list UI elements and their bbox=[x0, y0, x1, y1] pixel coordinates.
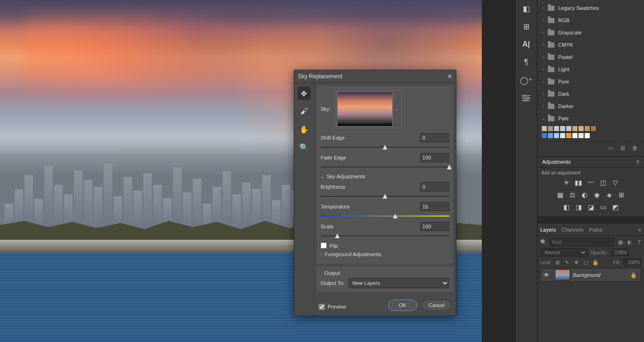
scale-slider[interactable] bbox=[321, 232, 449, 240]
flip-checkbox[interactable] bbox=[321, 242, 327, 249]
ok-button[interactable]: OK bbox=[388, 300, 417, 311]
fill-input[interactable] bbox=[623, 259, 641, 266]
close-icon[interactable]: ✕ bbox=[447, 73, 452, 80]
threshold-icon[interactable]: ◪ bbox=[586, 203, 595, 211]
lock-all-icon[interactable]: 🔒 bbox=[592, 259, 599, 266]
swatch-chip[interactable] bbox=[584, 133, 590, 139]
cancel-button[interactable]: Cancel bbox=[422, 300, 451, 311]
lock-pixels-icon[interactable]: ✎ bbox=[564, 259, 570, 266]
photo-filter-icon[interactable]: ◉ bbox=[593, 191, 601, 199]
swatch-chip[interactable] bbox=[590, 125, 596, 132]
opacity-input[interactable] bbox=[611, 249, 628, 256]
temperature-slider[interactable] bbox=[321, 212, 449, 220]
swatch-chip[interactable] bbox=[572, 125, 578, 132]
trash-icon[interactable]: 🗑 bbox=[632, 145, 638, 151]
swatch-folder-grayscale[interactable]: ›Grayscale bbox=[537, 26, 644, 39]
lock-artboard-icon[interactable]: ▢ bbox=[583, 259, 589, 266]
tab-paths[interactable]: Paths bbox=[589, 227, 603, 233]
sky-preset-dropdown[interactable]: ⌄ bbox=[335, 90, 402, 128]
color-lookup-icon[interactable]: ⊞ bbox=[617, 191, 626, 199]
hand-tool-icon[interactable]: ✋ bbox=[297, 123, 311, 136]
filter-type-icon[interactable]: T bbox=[636, 239, 643, 245]
move-tool-icon[interactable]: ✥ bbox=[297, 87, 311, 100]
swatch-folder-rgb[interactable]: ›RGB bbox=[537, 14, 644, 26]
filter-pixel-icon[interactable]: ▦ bbox=[617, 239, 624, 245]
layer-thumbnail[interactable] bbox=[555, 269, 570, 281]
lock-transparency-icon[interactable]: ⊞ bbox=[554, 259, 561, 266]
output-to-select[interactable]: New Layers bbox=[348, 278, 449, 288]
brightness-slider[interactable] bbox=[321, 192, 449, 200]
brightness-input[interactable] bbox=[420, 182, 449, 192]
swatch-chip[interactable] bbox=[578, 125, 584, 132]
tab-layers[interactable]: Layers bbox=[540, 227, 556, 233]
settings-icon[interactable] bbox=[520, 92, 532, 104]
lock-position-icon[interactable]: ✥ bbox=[573, 259, 580, 266]
swatch-chip[interactable] bbox=[553, 133, 560, 139]
gradient-map-icon[interactable]: ▭ bbox=[599, 203, 607, 211]
character-icon[interactable]: A| bbox=[520, 39, 532, 50]
swatch-folder-pale[interactable]: ⌄Pale bbox=[537, 112, 644, 125]
zoom-tool-icon[interactable]: 🔍 bbox=[297, 141, 311, 154]
lock-icon[interactable]: 🔒 bbox=[630, 272, 641, 278]
posterize-icon[interactable]: ◨ bbox=[574, 203, 583, 211]
swatch-chip[interactable] bbox=[547, 125, 553, 132]
swatch-chip[interactable] bbox=[560, 125, 566, 132]
layers-panel-controls: 🔍 ▦ ◐ T ▢ ▣ ◈ Normal Opacity: Lock: ⊞ ✎ … bbox=[537, 236, 644, 284]
foreground-adjustments-toggle[interactable]: › Foreground Adjustments bbox=[321, 251, 449, 257]
swatch-folder-darker[interactable]: ›Darker bbox=[537, 100, 644, 112]
properties-icon[interactable]: ⊞ bbox=[520, 21, 532, 32]
panel-menu-icon[interactable]: ≡ bbox=[638, 227, 641, 233]
selective-color-icon[interactable]: ◩ bbox=[611, 203, 619, 211]
exposure-icon[interactable]: ◫ bbox=[599, 178, 607, 187]
panel-menu-icon[interactable]: ≡ bbox=[636, 158, 639, 165]
svg-point-1 bbox=[523, 95, 525, 97]
swatch-folder-pastel[interactable]: ›Pastel bbox=[537, 51, 644, 63]
shift-edge-slider[interactable] bbox=[321, 143, 449, 151]
scale-input[interactable] bbox=[420, 222, 449, 231]
swatch-chip[interactable] bbox=[566, 133, 572, 139]
swatch-folder-dark[interactable]: ›Dark bbox=[537, 88, 644, 100]
swatch-chip[interactable] bbox=[572, 133, 578, 139]
fade-edge-input[interactable] bbox=[420, 153, 449, 162]
paragraph-icon[interactable]: ¶ bbox=[520, 57, 532, 68]
curves-icon[interactable]: 〰 bbox=[586, 178, 595, 187]
swatch-chip[interactable] bbox=[547, 133, 553, 139]
swatch-chip[interactable] bbox=[584, 125, 590, 132]
swatch-chip[interactable] bbox=[553, 125, 560, 132]
color-balance-icon[interactable]: ⚖ bbox=[568, 191, 577, 199]
swatch-chip[interactable] bbox=[560, 133, 566, 139]
swatch-folder-pure[interactable]: ›Pure bbox=[537, 75, 644, 88]
bw-icon[interactable]: ◐ bbox=[580, 191, 589, 199]
sky-adjustments-toggle[interactable]: ⌄ Sky Adjustments bbox=[321, 174, 449, 179]
swatch-chip[interactable] bbox=[578, 133, 584, 139]
layer-filter-input[interactable] bbox=[550, 238, 614, 246]
filter-adjustment-icon[interactable]: ◐ bbox=[627, 239, 633, 245]
brush-tool-icon[interactable]: 🖌 bbox=[297, 105, 311, 118]
swatch-chip[interactable] bbox=[566, 125, 572, 132]
channel-mixer-icon[interactable]: ◈ bbox=[605, 191, 613, 199]
swatch-folder-cmyk[interactable]: ›CMYK bbox=[537, 39, 644, 51]
folder-icon[interactable]: ▭ bbox=[607, 145, 614, 151]
levels-icon[interactable]: ▮▮ bbox=[574, 178, 583, 187]
swatch-chip[interactable] bbox=[541, 133, 547, 139]
swatches-panel: ›Legacy Swatches ›RGB ›Grayscale ›CMYK ›… bbox=[537, 0, 644, 156]
swatch-folder-light[interactable]: ›Light bbox=[537, 63, 644, 75]
hue-sat-icon[interactable]: ▦ bbox=[556, 191, 564, 199]
vibrance-icon[interactable]: ▽ bbox=[611, 178, 619, 187]
swatch-chip[interactable] bbox=[541, 125, 547, 132]
preview-checkbox[interactable] bbox=[319, 304, 325, 310]
tab-channels[interactable]: Channels bbox=[561, 227, 583, 233]
visibility-toggle-icon[interactable]: 👁 bbox=[541, 272, 552, 278]
dialog-titlebar[interactable]: Sky Replacement ✕ bbox=[294, 70, 456, 83]
history-icon[interactable]: ◧ bbox=[520, 3, 532, 14]
invert-icon[interactable]: ◧ bbox=[562, 203, 570, 211]
brightness-contrast-icon[interactable]: ☀ bbox=[562, 178, 570, 187]
libraries-icon[interactable]: ◯⁺ bbox=[520, 75, 532, 86]
fade-edge-slider[interactable] bbox=[321, 163, 449, 171]
layer-row-background[interactable]: 👁 Background 🔒 bbox=[540, 268, 641, 282]
blend-mode-select[interactable]: Normal bbox=[540, 248, 587, 257]
shift-edge-input[interactable] bbox=[420, 133, 449, 142]
temperature-input[interactable] bbox=[420, 202, 449, 211]
swatch-folder-legacy[interactable]: ›Legacy Swatches bbox=[537, 2, 644, 14]
new-swatch-icon[interactable]: ⊞ bbox=[619, 145, 626, 151]
